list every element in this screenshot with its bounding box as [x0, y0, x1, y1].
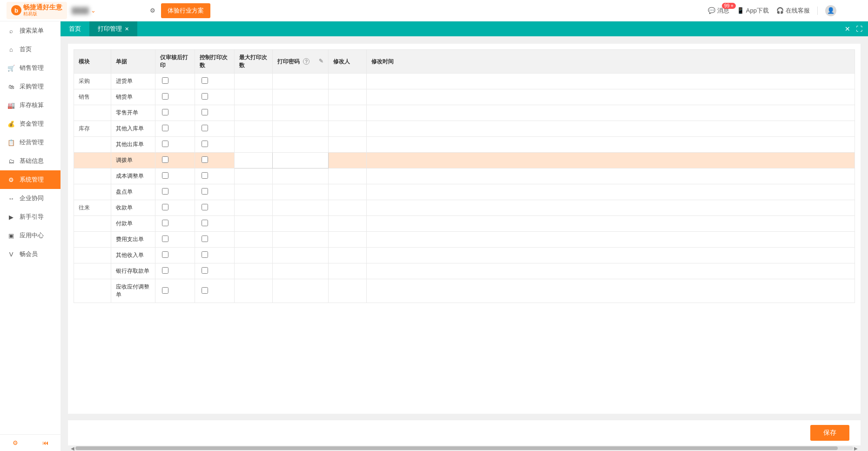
tab-close-icon[interactable]: ✕	[125, 26, 129, 32]
chevron-down-icon: ⌄	[91, 7, 96, 14]
scroll-right-icon[interactable]: ▶	[853, 446, 859, 451]
audit-only-checkbox[interactable]	[162, 251, 168, 258]
scroll-left-icon[interactable]: ◀	[70, 446, 75, 451]
sidebar-item-label: 经营管理	[20, 138, 44, 147]
cell-doc: 费用支出单	[111, 232, 155, 248]
limit-count-checkbox[interactable]	[202, 125, 208, 131]
settings-gear-icon[interactable]: ⚙	[150, 7, 155, 14]
audit-only-checkbox[interactable]	[162, 156, 168, 163]
audit-only-checkbox[interactable]	[162, 141, 168, 147]
cell-password[interactable]	[273, 153, 329, 168]
audit-only-checkbox[interactable]	[162, 204, 168, 210]
th-modified-by: 修改人	[329, 50, 367, 74]
table-row: 库存其他入库单	[74, 121, 855, 137]
cell-max-count	[235, 263, 273, 279]
fullscreen-icon[interactable]: ⛶	[856, 25, 862, 33]
cell-module	[74, 137, 111, 153]
horizontal-scrollbar[interactable]: ◀ ▶	[68, 445, 861, 451]
org-selector[interactable]: ████ ⌄	[72, 7, 146, 14]
audit-only-checkbox[interactable]	[162, 220, 168, 226]
sidebar-item-sales[interactable]: 🛒销售管理	[0, 59, 61, 77]
limit-count-checkbox[interactable]	[202, 236, 208, 242]
limit-count-checkbox[interactable]	[202, 188, 208, 195]
limit-count-checkbox[interactable]	[202, 267, 208, 274]
limit-count-checkbox[interactable]	[202, 220, 208, 226]
cell-audit-only	[155, 121, 195, 137]
audit-only-checkbox[interactable]	[162, 172, 168, 179]
sidebar-item-finance[interactable]: 💰资金管理	[0, 114, 61, 133]
cell-modified-at	[367, 279, 855, 303]
sidebar-item-guide[interactable]: ▶新手引导	[0, 208, 61, 226]
tab-home[interactable]: 首页	[61, 21, 89, 36]
limit-count-checkbox[interactable]	[202, 156, 208, 163]
sidebar-item-inventory[interactable]: 🏭库存核算	[0, 96, 61, 114]
limit-count-checkbox[interactable]	[202, 109, 208, 115]
cell-password	[273, 168, 329, 184]
cell-max-count[interactable]	[235, 153, 273, 168]
home-icon: ⌂	[7, 46, 15, 53]
sidebar-item-system[interactable]: ⚙系统管理	[0, 170, 61, 189]
messages-link[interactable]: 💬 消息 99 +	[708, 7, 729, 15]
limit-count-checkbox[interactable]	[202, 204, 208, 210]
audit-only-checkbox[interactable]	[162, 287, 168, 294]
industry-plan-button[interactable]: 体验行业方案	[161, 3, 210, 18]
online-service-link[interactable]: 🎧 在线客服	[776, 7, 810, 15]
sidebar-item-label: 基础信息	[20, 157, 44, 165]
messages-badge: 99 +	[722, 3, 736, 9]
sidebar-item-search-menu[interactable]: ⌕搜索菜单	[0, 21, 61, 40]
audit-only-checkbox[interactable]	[162, 188, 168, 195]
audit-only-checkbox[interactable]	[162, 77, 168, 84]
tabbar: 首页打印管理✕ ✕ ⛶	[61, 21, 868, 36]
help-icon[interactable]: ?	[303, 58, 310, 65]
cell-modified-by	[329, 74, 367, 89]
message-icon: 💬	[708, 7, 715, 14]
cell-audit-only	[155, 263, 195, 279]
sidebar-item-base-info[interactable]: 🗂基础信息	[0, 152, 61, 170]
limit-count-checkbox[interactable]	[202, 251, 208, 258]
cell-modified-at	[367, 184, 855, 200]
sidebar-collapse-icon[interactable]: ⏮	[30, 435, 61, 451]
sidebar-footer: ⚙ ⏮	[0, 434, 61, 451]
audit-only-checkbox[interactable]	[162, 267, 168, 274]
edit-column-icon[interactable]: ✎	[319, 58, 323, 64]
tab-close-all-icon[interactable]: ✕	[845, 25, 850, 33]
limit-count-checkbox[interactable]	[202, 77, 208, 84]
audit-only-checkbox[interactable]	[162, 125, 168, 131]
app-download-link[interactable]: 📱 App下载	[737, 7, 769, 15]
sidebar-item-purchase[interactable]: 🛍采购管理	[0, 77, 61, 96]
cell-audit-only	[155, 248, 195, 263]
cell-password	[273, 121, 329, 137]
cell-password	[273, 137, 329, 153]
cell-modified-by	[329, 105, 367, 121]
cell-password	[273, 216, 329, 232]
limit-count-checkbox[interactable]	[202, 287, 208, 294]
sidebar-item-collab[interactable]: ↔企业协同	[0, 189, 61, 208]
cell-doc: 成本调整单	[111, 168, 155, 184]
sidebar-item-home[interactable]: ⌂首页	[0, 40, 61, 59]
audit-only-checkbox[interactable]	[162, 109, 168, 115]
sidebar-item-operation[interactable]: 📋经营管理	[0, 133, 61, 152]
table-row: 费用支出单	[74, 232, 855, 248]
sidebar-item-label: 搜索菜单	[20, 27, 44, 35]
limit-count-checkbox[interactable]	[202, 141, 208, 147]
divider	[817, 7, 818, 15]
audit-only-checkbox[interactable]	[162, 236, 168, 242]
limit-count-checkbox[interactable]	[202, 93, 208, 100]
cell-module	[74, 232, 111, 248]
cell-max-count	[235, 216, 273, 232]
user-menu[interactable]: 👤	[825, 5, 861, 16]
cell-limit-count	[195, 89, 235, 105]
inventory-icon: 🏭	[7, 101, 15, 109]
limit-count-checkbox[interactable]	[202, 172, 208, 179]
sidebar-item-member[interactable]: V畅会员	[0, 245, 61, 263]
scroll-thumb[interactable]	[75, 446, 838, 450]
sidebar-item-label: 库存核算	[20, 101, 44, 109]
sidebar-item-app-center[interactable]: ▣应用中心	[0, 226, 61, 245]
tab-print-mgmt[interactable]: 打印管理✕	[89, 21, 137, 36]
save-button[interactable]: 保存	[810, 425, 849, 441]
scroll-track[interactable]	[75, 446, 853, 450]
search-menu-icon: ⌕	[7, 27, 15, 34]
sidebar-settings-icon[interactable]: ⚙	[0, 435, 30, 451]
audit-only-checkbox[interactable]	[162, 93, 168, 100]
cell-modified-by	[329, 168, 367, 184]
